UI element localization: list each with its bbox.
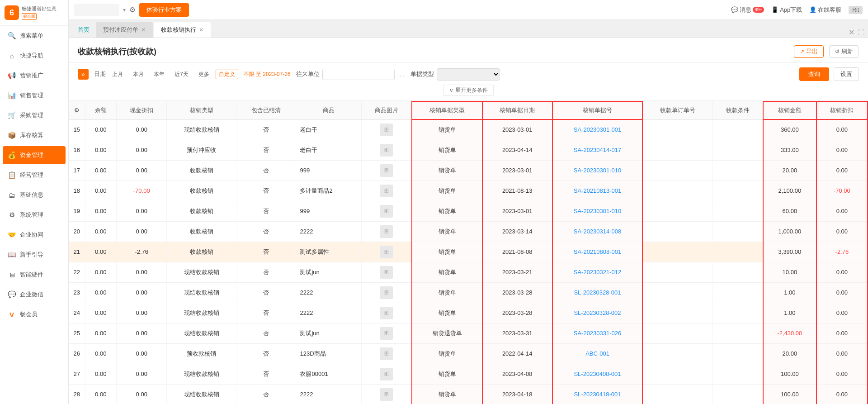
row-no: 17 (69, 160, 85, 181)
tab-prepay[interactable]: 预付冲应付单 ✕ (96, 22, 153, 38)
sidebar-logo: 6 畅捷通谱好生意 标准版 (0, 0, 68, 26)
row-bill-no[interactable]: ABC-001 (552, 343, 643, 364)
row-bill-no[interactable]: SL-20230328-001 (552, 282, 643, 303)
filter-last-month[interactable]: 上月 (108, 70, 127, 79)
row-product-image: 图 (361, 160, 412, 181)
query-button[interactable]: 查询 (799, 67, 829, 81)
row-bill-date: 2023-04-18 (482, 384, 552, 404)
row-cancel-amount: 100.00 (763, 364, 816, 384)
row-cancel-type: 预收款核销 (167, 343, 236, 364)
refresh-button[interactable]: ↺ 刷新 (829, 45, 859, 58)
sidebar-item-label: 销售管理 (20, 91, 43, 100)
export-button[interactable]: ↗ 导出 (794, 45, 824, 58)
table-row: 16 0.00 0.00 预付冲应收 否 老白干 图 销货单 2023-04-1… (69, 140, 868, 160)
window-maximize-icon[interactable]: ⛶ (858, 29, 864, 36)
row-cash-discount: 0.00 (116, 343, 166, 364)
filter-this-year[interactable]: 本年 (150, 70, 168, 79)
row-cancel-amount: 10.00 (763, 262, 816, 282)
row-balance: 0.00 (85, 201, 116, 221)
row-product-image: 图 (361, 343, 412, 364)
tab-close-icon[interactable]: ✕ (199, 27, 203, 33)
filter-this-month[interactable]: 本月 (129, 70, 147, 79)
app-download-btn[interactable]: 📱 App下载 (771, 6, 802, 14)
row-bill-no[interactable]: SA-20210813-001 (552, 181, 643, 201)
sidebar-item-label: 新手引导 (20, 251, 43, 259)
row-product: 老白干 (296, 140, 361, 160)
row-collection-cond (712, 303, 763, 323)
row-bill-type: 销货单 (412, 384, 482, 404)
row-bill-no[interactable]: SA-20230331-026 (552, 323, 643, 343)
sidebar-item-finance[interactable]: 💰 资金管理 (3, 146, 66, 164)
row-product-image: 图 (361, 119, 412, 140)
row-bill-type: 销货单 (412, 221, 482, 242)
industry-solution-button[interactable]: 体验行业方案 (139, 3, 189, 17)
message-btn[interactable]: 💬 消息 99+ (731, 6, 764, 14)
filter-partner-input[interactable] (322, 69, 395, 80)
sidebar-item-inventory[interactable]: 📦 库存核算 (0, 125, 68, 145)
row-bill-date: 2023-04-08 (482, 364, 552, 384)
row-collection-order (642, 140, 712, 160)
sidebar-item-operations[interactable]: 📋 经营管理 (0, 165, 68, 185)
row-product-image: 图 (361, 201, 412, 221)
tab-home[interactable]: 首页 (72, 22, 95, 38)
row-bill-no[interactable]: SA-20230301-001 (552, 119, 643, 140)
online-service-btn[interactable]: 👤 在线客服 (809, 6, 841, 14)
row-bill-no[interactable]: SA-20230314-008 (552, 221, 643, 242)
main-table: ⚙ 余额 现金折扣 核销类型 包含已结清 商品 商品图片 核销单据类型 核销单据… (69, 101, 868, 404)
row-collection-cond (712, 160, 763, 181)
row-cancel-discount: -2.76 (816, 242, 868, 262)
tab-collection[interactable]: 收款核销执行 ✕ (154, 22, 211, 38)
sidebar-item-member[interactable]: V 畅会员 (0, 304, 68, 324)
expand-more-conditions[interactable]: ∨ 展开更多条件 (443, 85, 494, 96)
row-collection-order (642, 364, 712, 384)
filter-custom-date[interactable]: 自定义 (216, 70, 238, 79)
sidebar-item-enterprise[interactable]: 🤝 企业协同 (0, 225, 68, 245)
row-product-image: 图 (361, 282, 412, 303)
gear-icon[interactable]: ⚙ (129, 5, 136, 14)
tab-prepay-label: 预付冲应付单 (103, 26, 138, 34)
window-close-icon[interactable]: ✕ (849, 28, 854, 37)
row-bill-no[interactable]: SA-20230301-010 (552, 201, 643, 221)
filter-bill-type-select[interactable] (437, 68, 500, 81)
sidebar-item-purchase[interactable]: 🛒 采购管理 (0, 105, 68, 125)
settings-icon: ⚙ (74, 107, 80, 114)
user-name[interactable]: Rit (849, 6, 863, 14)
row-cash-discount: 0.00 (116, 201, 166, 221)
tab-close-icon[interactable]: ✕ (141, 27, 146, 33)
sidebar-item-basic[interactable]: 🗂 基础信息 (0, 185, 68, 205)
filter-last-7days[interactable]: 近7天 (171, 70, 192, 79)
row-bill-date: 2022-04-14 (482, 343, 552, 364)
row-bill-no[interactable]: SA-20230414-017 (552, 140, 643, 160)
sidebar-item-marketing[interactable]: 📢 营销推广 (0, 66, 68, 86)
page-title: 收款核销执行(按收款) (78, 46, 156, 57)
row-bill-no[interactable]: SL-20230418-001 (552, 384, 643, 404)
row-bill-no[interactable]: SL-20230328-002 (552, 303, 643, 323)
sidebar-item-sales[interactable]: 📊 销售管理 (0, 86, 68, 105)
row-bill-no[interactable]: SL-20230408-001 (552, 364, 643, 384)
row-bill-no[interactable]: SA-20230321-012 (552, 262, 643, 282)
sidebar-item-search[interactable]: 🔍 搜索菜单 (0, 26, 68, 46)
row-collection-cond (712, 282, 763, 303)
sidebar-item-system[interactable]: ⚙ 系统管理 (0, 205, 68, 225)
sidebar-item-wechat[interactable]: 💬 企业微信 (0, 285, 68, 304)
filter-settings-button[interactable]: 设置 (834, 67, 859, 81)
row-include-settled: 否 (236, 201, 296, 221)
filter-more-date[interactable]: 更多 (195, 70, 213, 79)
sidebar-item-hardware[interactable]: 🖥 智能硬件 (0, 265, 68, 285)
row-bill-no[interactable]: SA-20230301-010 (552, 160, 643, 181)
row-cancel-amount: 333.00 (763, 140, 816, 160)
filter-date: 日期 上月 本月 本年 近7天 更多 自定义 (94, 70, 238, 79)
filter-bar: » 日期 上月 本月 本年 近7天 更多 自定义 不限 至 2023-07-26… (69, 63, 868, 101)
sidebar-item-label: 搜索菜单 (20, 32, 43, 40)
basic-icon: 🗂 (7, 190, 16, 200)
sidebar-item-guide[interactable]: 📖 新手引导 (0, 245, 68, 265)
col-settings[interactable]: ⚙ (69, 101, 85, 119)
row-collection-cond (712, 242, 763, 262)
row-bill-no[interactable]: SA-20210808-001 (552, 242, 643, 262)
row-product-image: 图 (361, 221, 412, 242)
row-cancel-discount: 0.00 (816, 343, 868, 364)
filter-expand-button[interactable]: » (78, 69, 89, 80)
row-include-settled: 否 (236, 323, 296, 343)
sidebar-item-shortcut[interactable]: ⌂ 快捷导航 (0, 46, 68, 66)
row-bill-date: 2023-03-31 (482, 323, 552, 343)
